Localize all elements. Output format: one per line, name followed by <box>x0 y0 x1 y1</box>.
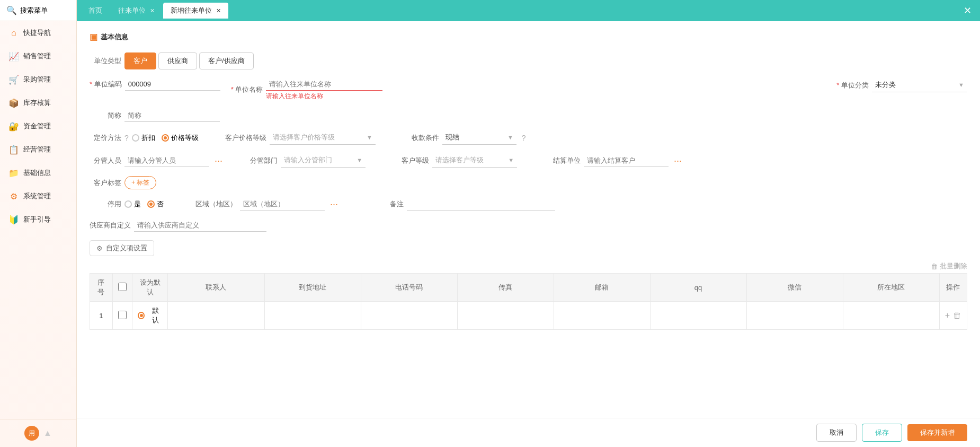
pricing-discount-radio[interactable]: 折扣 <box>132 133 155 143</box>
region-more-btn[interactable]: ··· <box>328 199 340 209</box>
btn-customer[interactable]: 客户 <box>124 52 156 69</box>
pricing-label: 定价方法 <box>90 133 121 143</box>
delete-row-btn[interactable]: 🗑 <box>953 311 961 320</box>
disable-row: 停用 是 否 区域（地区） ··· 备注 <box>90 198 967 211</box>
sidebar-item-guide[interactable]: 🔰 新手引导 <box>0 208 76 231</box>
batch-delete-btn[interactable]: 🗑 批量删除 <box>931 261 967 271</box>
custom-settings-label: 自定义项设置 <box>106 243 147 253</box>
payment-terms-value: 现结 <box>446 133 459 142</box>
th-wechat: 微信 <box>746 274 843 302</box>
avatar[interactable]: 用 <box>24 426 39 441</box>
sidebar-search[interactable]: 🔍 搜索菜单 <box>0 0 76 21</box>
region-input[interactable] <box>240 198 325 211</box>
tab-partner-list-close[interactable]: ✕ <box>150 7 155 14</box>
sidebar-item-label: 快捷导航 <box>23 28 51 38</box>
tab-new-partner[interactable]: 新增往来单位 ✕ <box>163 3 228 19</box>
default-label: 默认 <box>149 306 162 325</box>
pricing-field: 定价方法 ? 折扣 价格等级 <box>90 133 199 143</box>
section-icon: ▣ <box>90 32 97 42</box>
qq-input[interactable] <box>656 310 741 322</box>
pricing-help-icon[interactable]: ? <box>124 134 129 142</box>
td-email[interactable] <box>554 302 650 330</box>
td-fax[interactable] <box>457 302 554 330</box>
supplier-custom-input[interactable] <box>134 219 266 232</box>
short-name-input[interactable] <box>124 109 220 122</box>
add-tag-btn[interactable]: + 标签 <box>124 176 156 189</box>
payment-terms-field: 收款条件 现结 ▼ ? <box>407 130 526 145</box>
btn-both[interactable]: 客户/供应商 <box>199 52 254 69</box>
td-address[interactable] <box>264 302 361 330</box>
customer-price-label: 客户价格等级 <box>225 133 266 143</box>
unit-type-row: 单位类型 客户 供应商 客户/供应商 <box>90 52 967 69</box>
wechat-input[interactable] <box>752 310 838 322</box>
region-field: 区域（地区） ··· <box>195 198 340 211</box>
tab-home[interactable]: 首页 <box>81 3 110 19</box>
note-input[interactable] <box>407 198 555 211</box>
supplier-custom-field: 供应商自定义 <box>90 219 266 232</box>
price-level-radio-circle <box>162 134 169 142</box>
pricing-price-level-radio[interactable]: 价格等级 <box>162 133 199 143</box>
user-settings-icon: ▲ <box>43 428 52 438</box>
tab-partner-list[interactable]: 往来单位 ✕ <box>111 3 162 19</box>
address-input[interactable] <box>270 310 355 322</box>
disable-no-radio[interactable]: 否 <box>147 199 164 209</box>
sidebar-item-label: 资金管理 <box>23 121 51 131</box>
custom-settings-btn[interactable]: ⚙ 自定义项设置 <box>90 240 154 256</box>
row-checkbox[interactable] <box>118 311 127 319</box>
tab-new-partner-close[interactable]: ✕ <box>216 7 221 14</box>
contact-input[interactable] <box>173 310 259 322</box>
td-contact[interactable] <box>168 302 264 330</box>
unit-name-input[interactable] <box>266 78 382 91</box>
td-phone[interactable] <box>361 302 457 330</box>
td-qq[interactable] <box>650 302 746 330</box>
manager-input[interactable] <box>124 154 209 167</box>
unit-name-field-wrap: 请输入往来单位名称 <box>266 78 382 101</box>
add-row-btn[interactable]: + <box>945 311 950 320</box>
btn-supplier[interactable]: 供应商 <box>158 52 197 69</box>
operation-icon: 📋 <box>8 144 19 155</box>
th-phone: 电话号码 <box>361 274 457 302</box>
disable-radio-group: 是 否 <box>124 199 164 209</box>
customer-level-placeholder: 请选择客户等级 <box>435 155 484 165</box>
discount-radio-circle <box>132 134 139 142</box>
sidebar-item-quick-nav[interactable]: ⌂ 快捷导航 <box>0 21 76 45</box>
customer-level-select[interactable]: 请选择客户等级 ▼ <box>432 153 517 168</box>
unit-category-select[interactable]: 未分类 ▼ <box>872 78 967 92</box>
unit-code-input[interactable] <box>125 78 220 91</box>
disable-yes-radio[interactable]: 是 <box>124 199 141 209</box>
cancel-btn[interactable]: 取消 <box>816 424 857 442</box>
customer-price-select[interactable]: 请选择客户价格等级 ▼ <box>270 130 376 145</box>
default-radio[interactable]: 默认 <box>138 306 163 325</box>
sidebar-item-purchase[interactable]: 🛒 采购管理 <box>0 68 76 91</box>
sidebar-item-operation[interactable]: 📋 经营管理 <box>0 138 76 161</box>
sidebar-item-system[interactable]: ⚙ 系统管理 <box>0 185 76 208</box>
payment-terms-select[interactable]: 现结 ▼ <box>442 130 516 145</box>
payment-help-icon[interactable]: ? <box>522 134 526 142</box>
customer-level-chevron: ▼ <box>508 157 514 163</box>
dept-placeholder: 请输入分管部门 <box>284 155 332 165</box>
fax-input[interactable] <box>463 310 548 322</box>
email-input[interactable] <box>559 310 645 322</box>
save-btn[interactable]: 保存 <box>862 424 902 442</box>
basic-icon: 📁 <box>8 168 19 178</box>
sidebar-item-sales[interactable]: 📈 销售管理 <box>0 45 76 68</box>
window-close-btn[interactable]: ✕ <box>959 3 976 19</box>
note-label: 备注 <box>372 199 404 209</box>
region-table-input[interactable] <box>849 310 934 322</box>
settlement-field: 结算单位 ··· <box>549 154 684 167</box>
td-region[interactable] <box>843 302 939 330</box>
payment-terms-label: 收款条件 <box>407 133 439 143</box>
manager-more-btn[interactable]: ··· <box>212 156 225 165</box>
td-wechat[interactable] <box>746 302 843 330</box>
settlement-more-btn[interactable]: ··· <box>672 156 684 165</box>
dept-select[interactable]: 请输入分管部门 ▼ <box>281 153 366 168</box>
sidebar-item-basic[interactable]: 📁 基础信息 <box>0 161 76 185</box>
sidebar-item-inventory[interactable]: 📦 库存核算 <box>0 91 76 115</box>
phone-input[interactable] <box>367 310 452 322</box>
tab-new-partner-label: 新增往来单位 <box>171 6 212 15</box>
select-all-checkbox[interactable] <box>118 283 127 291</box>
contact-table: 序号 设为默认 联系人 到货地址 电话号码 传真 邮箱 qq 微信 所在地区 操… <box>90 273 967 330</box>
sidebar-item-finance[interactable]: 🔐 资金管理 <box>0 115 76 138</box>
settlement-input[interactable] <box>584 154 669 167</box>
save-new-btn[interactable]: 保存并新增 <box>907 424 967 441</box>
